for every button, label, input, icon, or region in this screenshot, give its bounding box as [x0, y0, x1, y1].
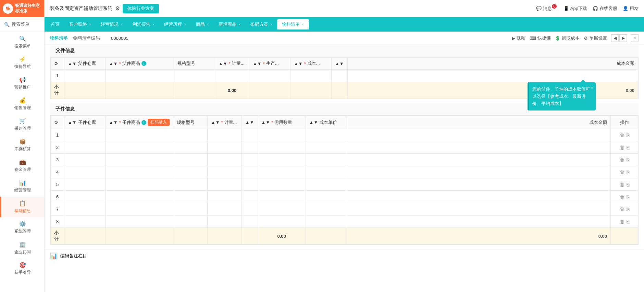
child-unit-cell-8[interactable]: [207, 215, 242, 228]
copy-row-4[interactable]: ⎘: [627, 170, 629, 175]
tab-customer[interactable]: 客户联络×: [64, 19, 96, 30]
child-spec-cell-5[interactable]: [173, 178, 207, 191]
child-unit-cell-4[interactable]: [207, 166, 242, 178]
copy-row-8[interactable]: ⎘: [627, 219, 629, 224]
scan-input-button[interactable]: 扫码录入: [148, 119, 170, 126]
child-col-settings[interactable]: ⚙: [51, 116, 64, 129]
copy-row-6[interactable]: ⎘: [627, 194, 629, 200]
child-unit-cell-7[interactable]: [207, 203, 242, 215]
child-spec-cell-2[interactable]: [173, 141, 207, 154]
delete-row-6[interactable]: 🗑: [620, 194, 624, 200]
copy-row-5[interactable]: ⎘: [627, 182, 629, 187]
child-spec-cell-3[interactable]: [173, 154, 207, 166]
parent-spec-cell[interactable]: [174, 70, 215, 82]
delete-row-4[interactable]: 🗑: [620, 170, 624, 175]
child-spec-cell-4[interactable]: [173, 166, 207, 178]
tab-close-new-goods[interactable]: ×: [238, 22, 240, 26]
child-warehouse-cell-8[interactable]: [64, 215, 106, 228]
child-goods-cell-2[interactable]: [106, 141, 173, 154]
settings-button[interactable]: ⚙: [115, 5, 120, 12]
child-qty-cell-3[interactable]: [258, 154, 306, 166]
child-goods-cell-1[interactable]: [106, 129, 173, 141]
delete-row-3[interactable]: 🗑: [620, 157, 624, 163]
child-warehouse-cell-1[interactable]: [64, 129, 106, 141]
child-qty-cell-8[interactable]: [258, 215, 306, 228]
parent-col-settings[interactable]: ⚙: [51, 58, 64, 70]
tab-close-goods[interactable]: ×: [207, 22, 209, 26]
tab-operations[interactable]: 经营情况×: [96, 19, 127, 30]
single-settings-button[interactable]: ⚙ 单据设置: [584, 35, 607, 41]
child-warehouse-cell-5[interactable]: [64, 178, 106, 191]
sidebar-item-inventory[interactable]: 📦库存核算: [0, 135, 44, 155]
child-warehouse-cell-2[interactable]: [64, 141, 106, 154]
child-qty-cell-2[interactable]: [258, 141, 306, 154]
tab-new-goods[interactable]: 新增商品×: [214, 19, 245, 30]
message-action[interactable]: 💬 消息 6: [536, 5, 558, 12]
tab-profit[interactable]: 利润报告×: [128, 19, 159, 30]
child-unitcost-cell-1[interactable]: [306, 129, 347, 141]
tab-barcode[interactable]: 条码方案×: [246, 19, 277, 30]
child-goods-cell-3[interactable]: [106, 154, 173, 166]
sidebar-item-finance[interactable]: 💼资金管理: [0, 155, 44, 176]
sidebar-item-enterprise[interactable]: 🏢企业协同: [0, 238, 44, 258]
cost-extract-button[interactable]: 💲 摘取成本: [555, 35, 580, 41]
tab-close-bom[interactable]: ×: [302, 22, 304, 26]
copy-row-1[interactable]: ⎘: [627, 132, 629, 138]
parent-cost-cell[interactable]: [290, 70, 332, 82]
tab-close-history[interactable]: ×: [184, 22, 186, 26]
child-unit-cell-6[interactable]: [207, 191, 242, 203]
parent-goods-cell[interactable]: [106, 70, 174, 82]
child-qty-cell-1[interactable]: [258, 129, 306, 141]
delete-row-7[interactable]: 🗑: [620, 207, 624, 212]
user-action[interactable]: 👤 用友: [623, 5, 639, 12]
child-spec-cell-6[interactable]: [173, 191, 207, 203]
copy-row-2[interactable]: ⎘: [627, 145, 629, 150]
menu-button[interactable]: ≡: [631, 34, 639, 42]
tab-home[interactable]: 首页: [46, 19, 64, 30]
parent-produce-cell[interactable]: [249, 70, 290, 82]
view-video-button[interactable]: ▶ 视频: [512, 35, 525, 41]
child-goods-cell-7[interactable]: [106, 203, 173, 215]
sidebar-item-guide[interactable]: 🎯新手引导: [0, 258, 44, 279]
experience-button[interactable]: 体验行业方案: [123, 4, 159, 13]
child-goods-cell-5[interactable]: [106, 178, 173, 191]
child-spec-cell-8[interactable]: [173, 215, 207, 228]
search-menu-button[interactable]: 🔍 搜索菜单: [3, 20, 41, 29]
next-record-button[interactable]: ▶: [619, 34, 627, 42]
child-unit-cell-2[interactable]: [207, 141, 242, 154]
child-unitcost-cell-6[interactable]: [306, 191, 347, 203]
tab-bom[interactable]: 物料清单×: [277, 19, 309, 30]
child-goods-info-icon[interactable]: i: [141, 120, 146, 125]
tab-close-profit[interactable]: ×: [152, 22, 154, 26]
sidebar-item-purchase[interactable]: 🛒采购管理: [0, 114, 44, 135]
sidebar-item-search[interactable]: 🔍搜索菜单: [0, 32, 44, 52]
tab-close-operations[interactable]: ×: [121, 22, 123, 26]
sidebar-item-quick-nav[interactable]: ⚡快捷导航: [0, 52, 44, 73]
copy-row-3[interactable]: ⎘: [627, 157, 629, 163]
app-download-action[interactable]: 📱 App下载: [564, 5, 587, 12]
child-goods-cell-6[interactable]: [106, 191, 173, 203]
sidebar-item-marketing[interactable]: 📢营销推广: [0, 73, 44, 94]
delete-row-8[interactable]: 🗑: [620, 219, 624, 224]
child-warehouse-cell-6[interactable]: [64, 191, 106, 203]
child-warehouse-cell-4[interactable]: [64, 166, 106, 178]
child-unitcost-cell-2[interactable]: [306, 141, 347, 154]
child-spec-cell-1[interactable]: [173, 129, 207, 141]
child-qty-cell-4[interactable]: [258, 166, 306, 178]
child-goods-cell-4[interactable]: [106, 166, 173, 178]
parent-unit-cell[interactable]: [215, 70, 249, 82]
sidebar-item-system[interactable]: ⚙️系统管理: [0, 217, 44, 238]
sidebar-item-sales[interactable]: 💰销售管理: [0, 94, 44, 114]
child-qty-cell-7[interactable]: [258, 203, 306, 215]
tab-close-barcode[interactable]: ×: [270, 22, 272, 26]
child-goods-cell-8[interactable]: [106, 215, 173, 228]
child-unit-cell-3[interactable]: [207, 154, 242, 166]
online-service-action[interactable]: 🎧 在线客服: [593, 5, 617, 12]
child-spec-cell-7[interactable]: [173, 203, 207, 215]
parent-goods-info-icon[interactable]: i: [141, 61, 146, 66]
child-unit-cell-1[interactable]: [207, 129, 242, 141]
sidebar-item-basic-info[interactable]: 📋基础信息: [0, 197, 44, 217]
tooltip-close-button[interactable]: ×: [591, 84, 593, 92]
delete-row-1[interactable]: 🗑: [620, 132, 624, 138]
child-warehouse-cell-3[interactable]: [64, 154, 106, 166]
